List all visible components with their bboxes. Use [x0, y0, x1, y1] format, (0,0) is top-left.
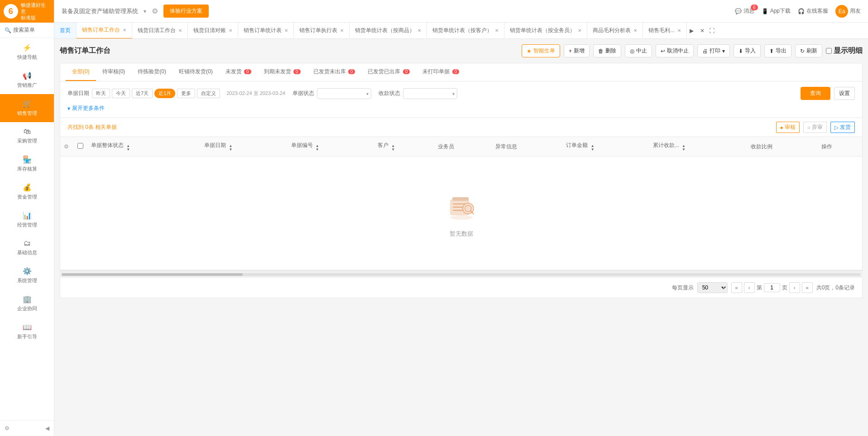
date-btn-yesterday[interactable]: 昨天	[92, 89, 110, 98]
tab-close-icon[interactable]: ✕	[284, 28, 288, 33]
sidebar-item-marketing[interactable]: 📢 营销推广	[0, 66, 54, 94]
sidebar-item-quick-nav[interactable]: ⚡ 快捷导航	[0, 38, 54, 66]
date-btn-7days[interactable]: 近7天	[132, 89, 153, 98]
tab-close-icon[interactable]: ✕	[633, 28, 637, 33]
print-btn[interactable]: 🖨 打印 ▾	[697, 44, 730, 57]
date-btn-more[interactable]: 更多	[177, 89, 195, 98]
page-size-wrapper: 50 100 200	[697, 282, 728, 293]
tab-close-icon[interactable]: ✕	[229, 28, 232, 33]
audit-btn[interactable]: ● 审核	[776, 122, 800, 133]
scrollbar-thumb[interactable]	[62, 273, 243, 276]
sidebar-search[interactable]: 🔍 搜索菜单	[0, 23, 54, 38]
tab-close-icon[interactable]: ✕	[677, 28, 681, 33]
tab-gross-profit[interactable]: 商品毛利分析表 ✕	[587, 23, 643, 39]
subtab-not-shipped[interactable]: 未发货 0	[219, 63, 258, 81]
date-btn-1month[interactable]: 近1月	[154, 89, 175, 98]
import-btn[interactable]: ⬇ 导入	[734, 44, 761, 57]
online-service-item[interactable]: 🎧 在线客服	[798, 7, 828, 15]
date-btn-custom[interactable]: 自定义	[197, 89, 220, 98]
search-btn[interactable]: 查询	[801, 87, 830, 100]
status-select[interactable]	[317, 88, 371, 99]
trial-btn[interactable]: 体验行业方案	[163, 5, 209, 18]
tab-sales-summary1[interactable]: 销货单统计表（按商品） ✕	[350, 23, 427, 39]
subtab-all[interactable]: 全部(0)	[66, 63, 96, 81]
prev-page-btn[interactable]: ‹	[744, 282, 755, 293]
empty-state-row: 暂无数据	[60, 156, 862, 270]
user-item[interactable]: Ea 用友	[835, 5, 861, 18]
payment-select[interactable]	[403, 88, 457, 99]
refresh-btn[interactable]: ↻ 刷新	[795, 44, 822, 57]
next-page-btn[interactable]: ›	[789, 282, 800, 293]
th-collected[interactable]: 累计收款... ▲▼	[649, 137, 747, 156]
tab-sales-summary3[interactable]: 销货单统计表（按业务员） ✕	[504, 23, 587, 39]
message-icon-item[interactable]: 💬 6 消息	[735, 7, 754, 15]
th-checkbox[interactable]	[74, 137, 87, 156]
ship-btn[interactable]: ▷ 发货	[830, 122, 855, 133]
th-customer[interactable]: 客户 ▲▼	[374, 137, 434, 156]
export-btn[interactable]: ⬆ 导出	[764, 44, 791, 57]
subtab-shipped-out[interactable]: 已发货已出库 0	[361, 63, 416, 81]
building-icon: 🏢	[23, 295, 32, 303]
tab-sales-stats[interactable]: 销售订单统计表 ✕	[238, 23, 294, 39]
tab-sales-exec[interactable]: 销售订单执行表 ✕	[294, 23, 350, 39]
smart-gen-btn[interactable]: ★ 智能生单	[522, 44, 560, 57]
th-number[interactable]: 单据编号 ▲▼	[288, 137, 374, 156]
last-page-btn[interactable]: »	[802, 282, 813, 293]
tab-sales-workbench[interactable]: 销售订单工作台 ✕	[77, 23, 132, 39]
th-date[interactable]: 单据日期 ▲▼	[201, 137, 287, 156]
tab-close-icon[interactable]: ✕	[340, 28, 344, 33]
sidebar-item-finance[interactable]: 💰 资金管理	[0, 178, 54, 206]
stop-btn[interactable]: ◎ 中止	[625, 44, 652, 57]
page-number-input[interactable]	[764, 283, 780, 292]
subtab-overdue-ship[interactable]: 到期未发货 0	[258, 63, 307, 81]
date-btn-today[interactable]: 今天	[112, 89, 130, 98]
tab-sales-more[interactable]: 销售毛利... ✕	[643, 23, 687, 39]
th-settings[interactable]: ⚙	[60, 137, 74, 156]
expand-btn[interactable]: ▾ 展开更多条件	[67, 104, 855, 112]
tab-cash-reconcile[interactable]: 钱货日清对账 ✕	[188, 23, 238, 39]
show-detail-checkbox[interactable]	[826, 48, 832, 54]
settings-bottom-icon[interactable]: ⚙	[5, 425, 10, 431]
tab-home[interactable]: 首页	[54, 23, 77, 39]
tab-cash-daily[interactable]: 钱货日清工作台 ✕	[132, 23, 188, 39]
add-btn[interactable]: + 新增	[564, 44, 590, 57]
page-size-select[interactable]: 50 100 200	[697, 282, 728, 293]
sidebar-item-basic[interactable]: 🗂 基础信息	[0, 234, 54, 261]
sidebar-item-enterprise[interactable]: 🏢 企业协同	[0, 289, 54, 318]
cancel-stop-btn[interactable]: ↩ 取消中止	[656, 44, 694, 57]
tabbar-close-all[interactable]: ✕	[698, 27, 706, 35]
first-page-btn[interactable]: «	[731, 282, 742, 293]
subtab-pending-audit[interactable]: 待审核(0)	[96, 63, 132, 81]
sidebar-item-sales[interactable]: 🛒 销售管理	[0, 94, 54, 122]
tab-close-icon[interactable]: ✕	[578, 28, 581, 33]
app-download-item[interactable]: 📱 App下载	[762, 7, 791, 15]
cancel-audit-btn[interactable]: ○ 弃审	[803, 122, 827, 133]
collapse-icon[interactable]: ◀	[45, 425, 49, 431]
tabbar-expand[interactable]: ⛶	[707, 27, 716, 35]
sidebar-item-purchase[interactable]: 🛍 采购管理	[0, 122, 54, 150]
horizontal-scrollbar[interactable]	[60, 270, 863, 278]
sidebar-item-operation[interactable]: 📊 经营管理	[0, 206, 54, 234]
subtab-wangpu-ship[interactable]: 旺铺待发货(0)	[173, 63, 219, 81]
subtab-pending-inspect[interactable]: 待拣验货(0)	[131, 63, 173, 81]
sidebar-item-system[interactable]: ⚙️ 系统管理	[0, 261, 54, 289]
sidebar-item-inventory[interactable]: 🏪 库存核算	[0, 150, 54, 178]
show-detail-label[interactable]: 显示明细	[826, 46, 863, 56]
subtab-shipped-not-out[interactable]: 已发货未出库 0	[307, 63, 362, 81]
select-all-checkbox[interactable]	[77, 143, 83, 149]
setting-btn[interactable]: 设置	[834, 87, 855, 100]
tab-sales-summary2[interactable]: 销货单统计表（按客户） ✕	[427, 23, 504, 39]
tab-close-icon[interactable]: ✕	[123, 28, 126, 33]
delete-btn[interactable]: 🗑 删除	[593, 44, 621, 57]
logo: 6 畅捷通好生意 标准版	[0, 0, 54, 23]
tab-close-icon[interactable]: ✕	[178, 28, 182, 33]
subtab-not-printed[interactable]: 未打印单据 0	[416, 63, 465, 81]
tab-close-icon[interactable]: ✕	[417, 28, 421, 33]
tabbar-more-arrow[interactable]: ▶	[687, 28, 696, 34]
topbar-settings-icon[interactable]: ⚙	[152, 7, 158, 15]
empty-state-cell: 暂无数据	[60, 156, 862, 270]
overdue-ship-badge: 0	[293, 69, 301, 74]
th-amount[interactable]: 订单金额 ▲▼	[562, 137, 649, 156]
sidebar-item-guide[interactable]: 📖 新手引导	[0, 318, 54, 346]
tab-close-icon[interactable]: ✕	[495, 28, 499, 33]
